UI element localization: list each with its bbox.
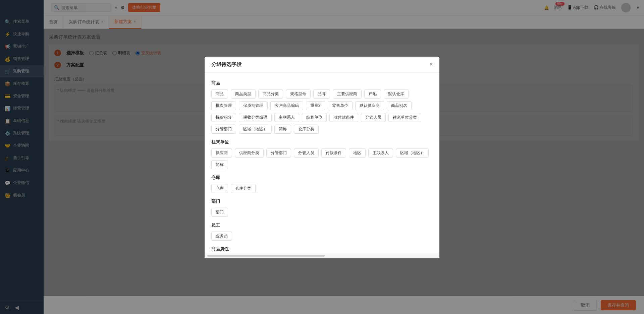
tag-goods-14[interactable]: 商品别名 bbox=[387, 101, 412, 110]
section-title-employee: 员工 bbox=[211, 222, 433, 228]
tag-goods-13[interactable]: 默认供应商 bbox=[355, 101, 384, 110]
tag-partner-2[interactable]: 分管部门 bbox=[266, 148, 291, 158]
modal-close-button[interactable]: × bbox=[430, 61, 433, 67]
tag-goods-5[interactable]: 主要供应商 bbox=[333, 89, 362, 99]
tag-goods-9[interactable]: 保质期管理 bbox=[239, 101, 268, 110]
section-title-warehouse: 仓库 bbox=[211, 175, 433, 181]
tag-group-employee: 业务员 bbox=[211, 232, 433, 241]
tag-goods-1[interactable]: 商品类型 bbox=[231, 89, 256, 99]
tag-goods-0[interactable]: 商品 bbox=[211, 89, 228, 99]
tag-goods-6[interactable]: 产地 bbox=[364, 89, 381, 99]
tag-goods-7[interactable]: 默认仓库 bbox=[384, 89, 409, 99]
field-select-modal: 分组待选字段 × 商品商品商品类型商品分类规格型号品牌主要供应商产地默认仓库批次… bbox=[205, 57, 439, 258]
tag-goods-2[interactable]: 商品分类 bbox=[258, 89, 283, 99]
modal-overlay: 分组待选字段 × 商品商品商品类型商品分类规格型号品牌主要供应商产地默认仓库批次… bbox=[0, 0, 644, 314]
tag-warehouse-1[interactable]: 仓库分类 bbox=[231, 184, 256, 193]
tag-group-department: 部门 bbox=[211, 208, 433, 217]
tag-goods-16[interactable]: 税收分类编码 bbox=[239, 113, 272, 122]
tag-partner-6[interactable]: 主联系人 bbox=[368, 148, 393, 158]
tag-goods-15[interactable]: 拣货积分 bbox=[211, 113, 236, 122]
tag-goods-23[interactable]: 区域（地区） bbox=[239, 125, 272, 134]
tag-goods-3[interactable]: 规格型号 bbox=[286, 89, 311, 99]
tag-goods-11[interactable]: 重量3 bbox=[306, 101, 325, 110]
tag-goods-19[interactable]: 收付款条件 bbox=[329, 113, 358, 122]
tag-group-goods: 商品商品类型商品分类规格型号品牌主要供应商产地默认仓库批次管理保质期管理客户商品… bbox=[211, 89, 433, 134]
tag-partner-3[interactable]: 分管人员 bbox=[294, 148, 319, 158]
modal-title: 分组待选字段 bbox=[211, 61, 241, 68]
tag-goods-24[interactable]: 简称 bbox=[274, 125, 291, 134]
tag-goods-17[interactable]: 主联系人 bbox=[274, 113, 299, 122]
tag-goods-22[interactable]: 分管部门 bbox=[211, 125, 236, 134]
modal-horizontal-scrollbar[interactable] bbox=[205, 254, 439, 258]
tag-goods-21[interactable]: 往来单位分类 bbox=[388, 113, 421, 122]
tag-goods-18[interactable]: 结算单位 bbox=[302, 113, 327, 122]
tag-goods-12[interactable]: 零售单位 bbox=[328, 101, 353, 110]
section-title-goods: 商品 bbox=[211, 80, 433, 86]
tag-partner-7[interactable]: 区域（地区） bbox=[396, 148, 429, 158]
tag-goods-4[interactable]: 品牌 bbox=[313, 89, 330, 99]
tag-goods-8[interactable]: 批次管理 bbox=[211, 101, 236, 110]
tag-warehouse-0[interactable]: 仓库 bbox=[211, 184, 228, 193]
tag-goods-10[interactable]: 客户商品编码 bbox=[270, 101, 303, 110]
section-title-product_attr: 商品属性 bbox=[211, 246, 433, 252]
tag-group-partner: 供应商供应商分类分管部门分管人员付款条件地区主联系人区域（地区）简称 bbox=[211, 148, 433, 169]
tag-partner-5[interactable]: 地区 bbox=[349, 148, 366, 158]
tag-partner-4[interactable]: 付款条件 bbox=[321, 148, 346, 158]
section-title-partner: 往来单位 bbox=[211, 139, 433, 145]
tag-employee-0[interactable]: 业务员 bbox=[211, 232, 232, 241]
tag-partner-0[interactable]: 供应商 bbox=[211, 148, 232, 158]
tag-goods-20[interactable]: 分管人员 bbox=[361, 113, 386, 122]
tag-group-warehouse: 仓库仓库分类 bbox=[211, 184, 433, 193]
modal-body[interactable]: 商品商品商品类型商品分类规格型号品牌主要供应商产地默认仓库批次管理保质期管理客户… bbox=[205, 73, 439, 254]
modal-header: 分组待选字段 × bbox=[205, 57, 439, 73]
tag-goods-25[interactable]: 仓库分类 bbox=[294, 125, 319, 134]
tag-department-0[interactable]: 部门 bbox=[211, 208, 228, 217]
section-title-department: 部门 bbox=[211, 198, 433, 204]
tag-partner-1[interactable]: 供应商分类 bbox=[235, 148, 264, 158]
tag-partner-8[interactable]: 简称 bbox=[211, 160, 228, 169]
